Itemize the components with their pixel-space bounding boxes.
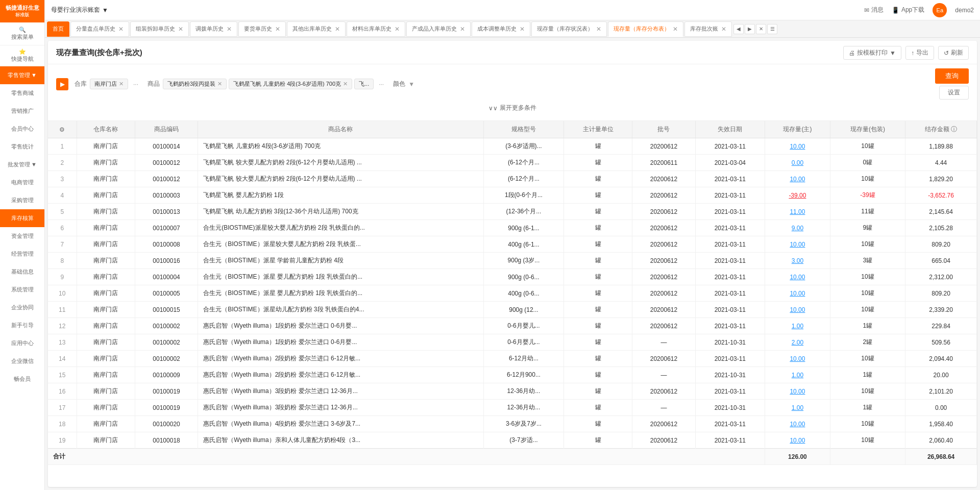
cell-stock-main[interactable]: 0.00 — [765, 155, 830, 171]
cell-stock-main[interactable]: 10.00 — [765, 269, 830, 285]
sidebar-item-ecommerce[interactable]: 电商管理 — [0, 174, 44, 191]
tab-close-icon9[interactable]: ✕ — [596, 26, 601, 33]
cell-stock-main[interactable]: 1.00 — [765, 318, 830, 334]
set-btn[interactable]: 设置 — [939, 86, 969, 100]
cell-no: 18 — [48, 416, 77, 432]
org-selector[interactable]: 母婴行业演示账套 ▼ — [51, 6, 108, 14]
tab-material-out[interactable]: 材料出库单历史 ✕ — [347, 21, 405, 37]
tab-close-all-btn[interactable]: ✕ — [756, 24, 766, 34]
sidebar-item-finance[interactable]: 资金管理 — [0, 227, 44, 245]
cell-stock-main[interactable]: 1.00 — [765, 367, 830, 383]
sidebar-item-wholesale[interactable]: 批发管理▼ — [0, 156, 44, 174]
cell-batch: — — [632, 400, 695, 416]
cell-stock-main[interactable]: 10.00 — [765, 432, 830, 449]
warehouse-dots[interactable]: ··· — [130, 80, 141, 89]
sidebar-item-guide[interactable]: 新手引导 — [0, 316, 44, 334]
tab-inventory-split[interactable]: 分量盘点单历史 ✕ — [70, 21, 129, 37]
tab-close-icon5[interactable]: ✕ — [335, 26, 340, 33]
cell-stock-main[interactable]: 11.00 — [765, 204, 830, 220]
tab-close-icon4[interactable]: ✕ — [275, 26, 280, 33]
tab-batch[interactable]: 库存批次账 ✕ — [684, 21, 732, 37]
tab-disassembly[interactable]: 组装拆卸单历史 ✕ — [130, 21, 189, 37]
cell-stock-main[interactable]: 10.00 — [765, 383, 830, 400]
tab-stock-status[interactable]: 现存量（库存状况表） ✕ — [531, 21, 607, 37]
col-settings[interactable]: ⚙ — [48, 121, 77, 138]
balance-info-icon[interactable]: ⓘ — [951, 126, 957, 133]
sidebar-item-retail[interactable]: 零售管理▼ — [0, 66, 44, 84]
sidebar-item-vip[interactable]: 畅会员 — [0, 370, 44, 388]
tab-cost-adjust[interactable]: 成本调整单历史 ✕ — [472, 21, 530, 37]
sidebar-item-marketing[interactable]: 营销推广 — [0, 102, 44, 120]
filter-expand-btn[interactable]: ▶ — [56, 78, 68, 90]
sidebar-item-purchase[interactable]: 采购管理 — [0, 191, 44, 209]
cell-balance: 1,958.40 — [905, 416, 977, 432]
tab-close-icon7[interactable]: ✕ — [460, 26, 465, 33]
tab-other-out[interactable]: 其他出库单历史 ✕ — [287, 21, 346, 37]
tab-request[interactable]: 要货单历史 ✕ — [238, 21, 286, 37]
tab-close-icon2[interactable]: ✕ — [178, 26, 183, 33]
chevron-icon: ▼ — [31, 72, 37, 78]
cell-stock-main[interactable]: -39.00 — [765, 187, 830, 204]
warehouse-tag-close[interactable]: ✕ — [119, 81, 124, 87]
cell-stock-main[interactable]: 10.00 — [765, 138, 830, 155]
shortcut-nav[interactable]: ⭐ 快捷导航 — [0, 45, 44, 66]
logo-sub: 标准版 — [2, 12, 42, 18]
tab-next-btn[interactable]: ▶ — [745, 24, 755, 34]
sidebar-item-retail-stats[interactable]: 零售统计 — [0, 138, 44, 156]
sidebar-item-inventory[interactable]: 库存核算 — [0, 209, 44, 227]
sidebar-item-basic[interactable]: 基础信息 — [0, 263, 44, 281]
cell-stock-main[interactable]: 10.00 — [765, 302, 830, 318]
tab-close-icon11[interactable]: ✕ — [721, 26, 726, 33]
tab-menu-btn[interactable]: ☰ — [767, 24, 777, 34]
cell-spec: 6-12月幼... — [483, 351, 564, 367]
product-tag-close-1[interactable]: ✕ — [217, 81, 222, 87]
cell-stock-main[interactable]: 10.00 — [765, 171, 830, 187]
print-btn[interactable]: 🖨 按模板打印 ▼ — [843, 46, 901, 60]
cell-stock-main[interactable]: 3.00 — [765, 253, 830, 269]
tab-product-in[interactable]: 产成品入库单历史 ✕ — [406, 21, 471, 37]
message-btn[interactable]: ✉ 消息 — [864, 6, 884, 14]
tab-close-icon8[interactable]: ✕ — [520, 26, 525, 33]
product-dots[interactable]: ··· — [376, 80, 387, 89]
sidebar-item-collab[interactable]: 企业协同 — [0, 299, 44, 316]
cell-balance: 2,094.40 — [905, 351, 977, 367]
settings-icon[interactable]: ⚙ — [59, 126, 65, 133]
query-btn[interactable]: 查询 — [935, 68, 969, 84]
cell-stock-main[interactable]: 9.00 — [765, 220, 830, 236]
product-tag-close-2[interactable]: ✕ — [343, 81, 348, 87]
cell-stock-main[interactable]: 10.00 — [765, 285, 830, 302]
cell-stock-main[interactable]: 10.00 — [765, 236, 830, 253]
cell-stock-pack: 3罐 — [830, 253, 905, 269]
sidebar-item-member[interactable]: 会员中心 — [0, 120, 44, 138]
tab-close-icon3[interactable]: ✕ — [227, 26, 232, 33]
search-menu[interactable]: 🔍 搜索菜单 — [0, 22, 44, 45]
user-name[interactable]: demo2 — [955, 7, 974, 14]
sidebar-item-operations[interactable]: 经营管理 — [0, 245, 44, 263]
refresh-btn[interactable]: ↺ 刷新 — [938, 46, 969, 60]
app-download-btn[interactable]: 📱 App下载 — [892, 6, 924, 14]
cell-spec: 900g (3岁... — [483, 253, 564, 269]
tab-prev-btn[interactable]: ◀ — [733, 24, 744, 34]
sidebar-item-retail-mall[interactable]: 零售商城 — [0, 84, 44, 102]
color-dropdown-icon[interactable]: ▼ — [408, 81, 414, 88]
cell-stock-main[interactable]: 2.00 — [765, 334, 830, 351]
cell-warehouse: 南岸门店 — [77, 171, 135, 187]
sidebar-item-system[interactable]: 系统管理 — [0, 281, 44, 299]
sidebar-item-appstore[interactable]: 应用中心 — [0, 334, 44, 352]
app-logo[interactable]: 畅捷通好生意 标准版 — [0, 0, 44, 22]
tab-close-icon10[interactable]: ✕ — [673, 26, 678, 33]
tab-close-icon[interactable]: ✕ — [118, 26, 124, 33]
cell-stock-main[interactable]: 10.00 — [765, 416, 830, 432]
export-btn[interactable]: ↑ 导出 — [905, 46, 934, 60]
tab-stock-dist[interactable]: 现存量（库存分布表） ✕ — [608, 21, 683, 37]
cell-stock-main[interactable]: 10.00 — [765, 351, 830, 367]
user-avatar[interactable]: Ea — [933, 3, 947, 17]
col-batch: 批号 — [632, 121, 695, 138]
expand-more-btn[interactable]: ∨∨ 展开更多条件 — [482, 102, 543, 114]
tab-close-icon6[interactable]: ✕ — [395, 26, 400, 33]
tab-transfer[interactable]: 调拨单历史 ✕ — [190, 21, 237, 37]
sidebar-item-wechat[interactable]: 企业微信 — [0, 352, 44, 370]
tab-home[interactable]: 首页 — [47, 21, 69, 37]
cell-stock-main[interactable]: 1.00 — [765, 400, 830, 416]
cell-warehouse: 南岸门店 — [77, 236, 135, 253]
